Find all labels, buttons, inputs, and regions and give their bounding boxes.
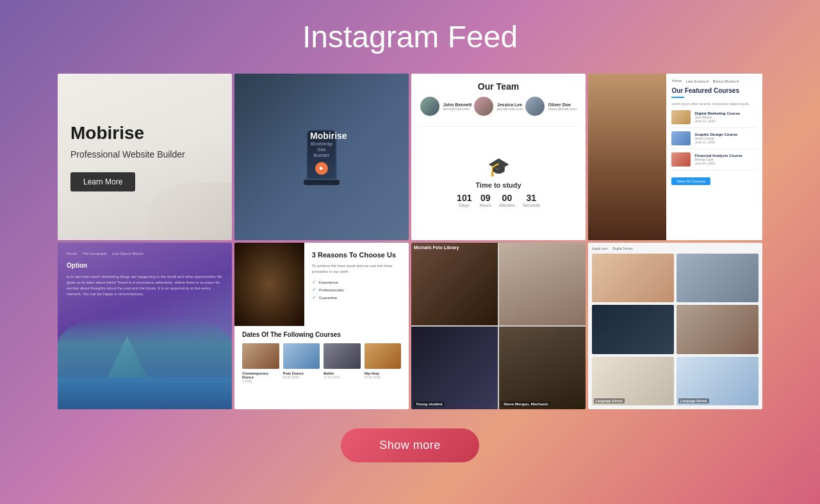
- course-thumb-2: [671, 131, 691, 145]
- nav-last-events: Last Events ▾: [685, 79, 709, 83]
- minutes-value: 00: [499, 193, 515, 203]
- member-info-3: Oliver Doe oliver@mail.com: [548, 102, 577, 111]
- countdown-minutes: 00 Minutes: [499, 193, 515, 207]
- courses-panel: Home Last Events ▾ Bonus Blocks ▾ Our Fe…: [666, 74, 762, 240]
- dance-course-1: Contemporary Dance 1.2018: [242, 343, 279, 383]
- member-email-2: jess@mail.com: [497, 107, 523, 111]
- grid-cell-photo-gallery: Michalls Foto Library Young student Stev…: [411, 243, 586, 409]
- member-3: Oliver Doe oliver@mail.com: [525, 97, 577, 116]
- days-value: 101: [457, 193, 472, 203]
- member-avatar-1: [420, 97, 439, 116]
- courses-grid: Contemporary Dance 1.2018 Pole Dance 25.…: [242, 343, 401, 383]
- member-2: Jessica Lee jess@mail.com: [474, 97, 523, 116]
- check-icon-3: ✓: [312, 295, 316, 300]
- member-avatar-3: [525, 97, 545, 116]
- member-1: John Bennett john@mail.com: [420, 97, 472, 116]
- template-thumb-4: [676, 305, 758, 354]
- learn-more-button[interactable]: Learn More: [70, 172, 135, 191]
- nav-home-travel: Home: [67, 252, 77, 256]
- travel-heading: Option: [67, 262, 223, 269]
- course-info-1: Digital Marketing Course Jane Wilson Jun…: [694, 111, 740, 123]
- templates-nav: bugtle.com Bugtle Demos: [592, 247, 758, 250]
- course-info-2: Graphic Design Course Grant Chandr June …: [694, 133, 737, 144]
- dance-course-name-1: Contemporary Dance: [242, 371, 279, 379]
- mechanic-label: Steve Morgan, Mechanic: [502, 402, 550, 407]
- person-photo: [588, 74, 666, 240]
- seconds-label: Seconds: [523, 203, 540, 207]
- team-members: John Bennett john@mail.com Jessica Lee j…: [419, 97, 578, 116]
- gallery-photo-3: Young student: [411, 327, 498, 409]
- dance-course-img-4: [365, 343, 402, 369]
- mobirise-title: Mobirise: [70, 122, 144, 144]
- grid-cell-templates: bugtle.com Bugtle Demos Language School …: [588, 243, 762, 409]
- reason-3: ✓ Guarantee: [312, 295, 401, 300]
- library-label: Michalls Foto Library: [414, 245, 459, 250]
- template-thumb-2: [676, 254, 758, 302]
- dance-course-img-3: [324, 343, 361, 369]
- travel-nav: Home The Escapade Live Dance Blocks: [67, 252, 223, 256]
- laptop-base: [304, 180, 340, 185]
- grid-cell-featured-courses: Home Last Events ▾ Bonus Blocks ▾ Our Fe…: [588, 74, 762, 240]
- gallery-photo-1: Michalls Foto Library: [411, 243, 498, 325]
- gallery-photo-4: Steve Morgan, Mechanic: [499, 327, 586, 409]
- featured-courses-title: Our Featured Courses: [671, 87, 757, 94]
- play-button-icon[interactable]: ▶: [315, 162, 328, 175]
- template-thumb-3: [592, 305, 674, 354]
- reasons-section: 3 Reasons To Choose Us To achieve the be…: [304, 243, 409, 326]
- tagline-label: Bootstrap Site Builder: [310, 141, 333, 158]
- check-icon-2: ✓: [312, 287, 316, 293]
- team-title: Our Team: [419, 81, 578, 92]
- dance-course-4: Hip-Hop 27.01.2019: [365, 343, 402, 383]
- show-more-button[interactable]: Show more: [341, 428, 479, 462]
- nav-live-blocks: Live Dance Blocks: [112, 252, 144, 256]
- reasons-desc: To achieve the best result and we use th…: [312, 263, 401, 274]
- template-thumb-5: Language School: [592, 357, 674, 405]
- grid-cell-our-team: Our Team John Bennett john@mail.com Jess…: [411, 74, 586, 240]
- template-thumb-1: [592, 254, 674, 302]
- countdown-seconds: 31 Seconds: [523, 193, 540, 207]
- check-icon-1: ✓: [312, 279, 316, 285]
- dance-people: [234, 243, 304, 326]
- reason-label-2: Professionality: [319, 288, 344, 292]
- courses-nav: Home Last Events ▾ Bonus Blocks ▾: [671, 79, 757, 83]
- water-shape: [58, 377, 232, 409]
- person-silhouette: [588, 74, 666, 240]
- dance-course-2: Pole Dance 25.06.2018: [283, 343, 320, 383]
- travel-image: [58, 318, 232, 409]
- member-email-1: john@mail.com: [443, 107, 472, 111]
- dance-course-date-4: 27.01.2019: [365, 375, 402, 379]
- course-info-3: Financial Analysis Course Brenda Clark J…: [694, 154, 742, 165]
- nav-escapade: The Escapade: [82, 252, 107, 256]
- nav-home: Home: [671, 79, 682, 83]
- student-label: Young student: [414, 402, 445, 407]
- courses-dates-section: Dates Of The Following Courses Contempor…: [234, 326, 409, 409]
- minutes-label: Minutes: [499, 203, 515, 207]
- nav-bonus-blocks: Bonus Blocks ▾: [712, 79, 739, 83]
- reasons-title: 3 Reasons To Choose Us: [312, 250, 401, 259]
- reason-1: ✓ Experience: [312, 279, 401, 285]
- hours-value: 09: [479, 193, 491, 203]
- instagram-grid: Mobirise Professional Website Builder Le…: [58, 74, 762, 409]
- study-section: 🎓 Time to study 101 Days 09 Hours 00 Min…: [419, 131, 578, 232]
- grid-cell-dance-courses: 3 Reasons To Choose Us To achieve the be…: [234, 243, 409, 409]
- member-name-3: Oliver Doe: [548, 102, 577, 107]
- dance-course-img-1: [242, 343, 279, 369]
- member-name-2: Jessica Lee: [497, 102, 523, 107]
- screen-content: Mobirise Bootstrap Site Builder ▶: [310, 131, 333, 179]
- laptop-mockup: Mobirise Bootstrap Site Builder ▶: [295, 129, 347, 185]
- dance-course-3: Ballet 17.07.2019: [324, 343, 361, 383]
- view-all-courses-button[interactable]: View All Courses: [671, 177, 710, 185]
- mobirise-subtitle: Professional Website Builder: [70, 149, 185, 159]
- grid-cell-mobirise-desktop: Mobirise Professional Website Builder Le…: [58, 74, 232, 240]
- course-item-3: Financial Analysis Course Brenda Clark J…: [671, 152, 757, 170]
- laptop-screen: Mobirise Bootstrap Site Builder ▶: [306, 129, 338, 180]
- grid-cell-mobirise-laptop: Mobirise Bootstrap Site Builder ▶: [234, 74, 409, 240]
- course-thumb-3: [671, 152, 691, 167]
- dance-photo: [234, 243, 304, 326]
- member-info-2: Jessica Lee jess@mail.com: [497, 102, 523, 111]
- countdown: 101 Days 09 Hours 00 Minutes 31 Seconds: [457, 193, 540, 207]
- templates-grid: Language School Language School: [592, 254, 758, 405]
- dance-course-img-2: [283, 343, 320, 369]
- template-thumb-6: Language School: [676, 357, 758, 405]
- brand-label: Mobirise: [310, 131, 333, 141]
